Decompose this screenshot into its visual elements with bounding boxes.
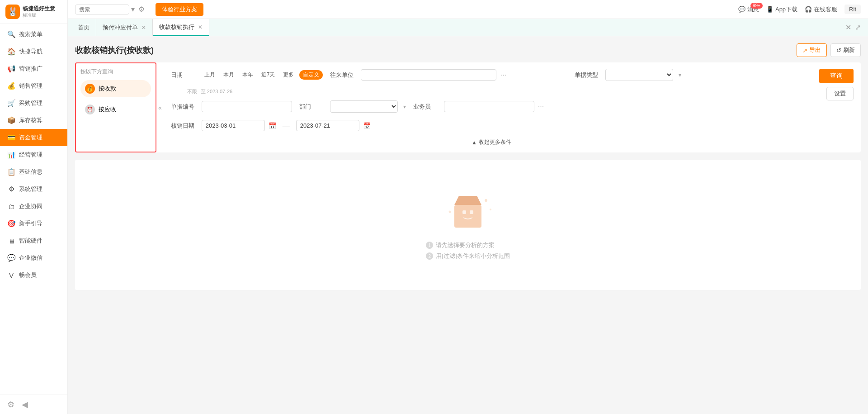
department-select[interactable] (330, 100, 398, 113)
sidebar-item-search[interactable]: 🔍搜索菜单 (0, 26, 67, 43)
salesperson-more-icon[interactable]: ··· (538, 103, 544, 111)
date-7days[interactable]: 近7天 (259, 70, 278, 80)
collapse-more-btn[interactable]: ▲ 收起更多条件 (472, 138, 511, 146)
sidebar-item-guide[interactable]: 🎯新手引导 (0, 215, 67, 232)
verify-date-start-input[interactable] (202, 120, 265, 131)
sidebar-item-base-info[interactable]: 📋基础信息 (0, 163, 67, 181)
topbar-gear-icon[interactable]: ⚙ (138, 5, 145, 14)
content-area: 收款核销执行(按收款) ↗ 导出 ↺ 刷新 按以下方查询 💰 按收款 (68, 36, 868, 414)
filter-right: 日期 上月 本月 本年 近7天 更多 自定义 (164, 62, 861, 152)
sidebar-item-enterprise[interactable]: 🗂企业协同 (0, 198, 67, 215)
app-download-btn[interactable]: 📱 App下载 (766, 5, 797, 14)
enterprise-icon: 🗂 (7, 203, 15, 210)
logo-icon: 🐰 (5, 5, 20, 19)
settings-icon[interactable]: ⚙ (7, 400, 14, 409)
sidebar-item-quick-nav[interactable]: 🏠快捷导航 (0, 43, 67, 60)
tab-actions: ✕ ⤢ (842, 23, 864, 32)
sidebar-item-sales[interactable]: 💰销售管理 (0, 77, 67, 95)
date-no-limit: 不限 (187, 88, 197, 95)
dept-dropdown-icon: ▾ (403, 104, 406, 110)
filter-option-receivable[interactable]: ⏰ 按应收 (80, 101, 151, 118)
tab-collect-verify[interactable]: 收款核销执行 ✕ (153, 19, 209, 36)
sidebar-item-marketing[interactable]: 📢营销推广 (0, 60, 67, 77)
date-custom[interactable]: 自定义 (299, 70, 323, 80)
sidebar-label-base-info: 基础信息 (19, 168, 42, 176)
page-header: 收款核销执行(按收款) ↗ 导出 ↺ 刷新 (75, 43, 861, 57)
inventory-icon: 📦 (7, 116, 15, 124)
verify-start-calendar-icon[interactable]: 📅 (269, 122, 276, 129)
message-btn[interactable]: 💬 消息 99+ (738, 5, 759, 14)
sales-icon: 💰 (7, 82, 15, 90)
logo-text: 畅捷通好生意 标准版 (23, 5, 55, 19)
receipt-icon: 💰 (85, 84, 95, 94)
filter-left: 按以下方查询 💰 按收款 ⏰ 按应收 (75, 62, 156, 152)
doctype-dropdown-icon: ▾ (679, 72, 681, 78)
date-this-month[interactable]: 本月 (221, 70, 237, 80)
sidebar-nav: 🔍搜索菜单🏠快捷导航📢营销推广💰销售管理🛒采购管理📦库存核算💳资金管理📊经营管理… (0, 24, 67, 395)
date-this-year[interactable]: 本年 (240, 70, 256, 80)
sidebar-item-finance[interactable]: 💳资金管理 (0, 129, 67, 146)
sidebar-item-operations[interactable]: 📊经营管理 (0, 146, 67, 163)
sidebar-bottom: ⚙ ◀ (0, 395, 67, 414)
empty-illustration (441, 187, 495, 232)
date-last-month[interactable]: 上月 (202, 70, 218, 80)
svg-point-6 (449, 211, 451, 213)
tab-collect-close-icon[interactable]: ✕ (198, 24, 203, 30)
tab-expand-btn[interactable]: ⤢ (855, 23, 861, 32)
tabbar: 首页 预付冲应付单 ✕ 收款核销执行 ✕ ✕ ⤢ (68, 19, 868, 36)
query-btn[interactable]: 查询 (819, 69, 854, 83)
sidebar-item-smart-hw[interactable]: 🖥智能硬件 (0, 232, 67, 249)
sidebar-item-system[interactable]: ⚙系统管理 (0, 181, 67, 198)
refresh-btn[interactable]: ↺ 刷新 (830, 43, 861, 57)
filter-left-title: 按以下方查询 (80, 68, 151, 76)
export-btn[interactable]: ↗ 导出 (797, 43, 827, 57)
topbar-left: ▾ ⚙ 体验行业方案 (75, 3, 738, 16)
username-display[interactable]: Rit (844, 5, 861, 14)
filter-right-top: 日期 上月 本月 本年 近7天 更多 自定义 (171, 69, 854, 146)
message-badge: 99+ (750, 3, 763, 9)
date-more[interactable]: 更多 (280, 70, 297, 80)
refresh-label: 刷新 (843, 46, 855, 54)
tab-collect-label: 收款核销执行 (159, 23, 194, 31)
counterparty-more-icon[interactable]: ··· (500, 71, 506, 79)
verify-end-calendar-icon[interactable]: 📅 (363, 122, 371, 129)
operations-icon: 📊 (7, 151, 15, 159)
salesperson-input[interactable] (444, 101, 534, 112)
sidebar-label-finance: 资金管理 (19, 133, 42, 142)
department-field: 部门 ▾ (299, 100, 406, 113)
tab-close-btn[interactable]: ✕ (845, 23, 851, 32)
message-icon: 💬 (738, 6, 745, 13)
tab-home[interactable]: 首页 (71, 19, 96, 36)
doctype-field: 单据类型 ▾ (575, 69, 812, 81)
sidebar-label-sales: 销售管理 (19, 82, 42, 90)
department-label: 部门 (299, 103, 326, 111)
topbar-arrow-icon[interactable]: ▾ (131, 5, 135, 14)
counterparty-input[interactable] (361, 69, 496, 81)
verify-date-separator: — (283, 122, 290, 130)
date-label: 日期 (171, 71, 198, 79)
tab-prepay-flush[interactable]: 预付冲应付单 ✕ (96, 19, 153, 36)
sidebar-label-search: 搜索菜单 (19, 30, 42, 38)
service-btn[interactable]: 🎧 在线客服 (805, 5, 837, 14)
sidebar-item-member[interactable]: V畅会员 (0, 266, 67, 284)
tab-prepay-close-icon[interactable]: ✕ (142, 24, 146, 31)
salesperson-field: 业务员 ··· (413, 101, 544, 112)
setting-btn[interactable]: 设置 (826, 87, 854, 100)
docno-input[interactable] (202, 101, 292, 112)
doctype-select[interactable] (605, 69, 673, 81)
filter-option-receipt[interactable]: 💰 按收款 (80, 80, 151, 97)
svg-point-5 (490, 209, 491, 210)
sidebar-label-purchase: 采购管理 (19, 99, 42, 107)
sidebar-item-inventory[interactable]: 📦库存核算 (0, 112, 67, 129)
filter-fields: 日期 上月 本月 本年 近7天 更多 自定义 (171, 69, 812, 146)
verify-date-end-input[interactable] (296, 120, 359, 131)
svg-point-4 (485, 199, 487, 202)
sidebar-item-purchase[interactable]: 🛒采购管理 (0, 95, 67, 112)
industry-btn[interactable]: 体验行业方案 (156, 3, 203, 16)
sidebar-label-wechat: 企业微信 (19, 254, 42, 262)
topbar-search-input[interactable] (75, 5, 129, 14)
tab-prepay-label: 预付冲应付单 (103, 24, 138, 32)
filter-collapse-icon[interactable]: « (158, 104, 162, 111)
sidebar-item-wechat[interactable]: 💬企业微信 (0, 249, 67, 266)
collapse-icon[interactable]: ◀ (22, 400, 28, 409)
